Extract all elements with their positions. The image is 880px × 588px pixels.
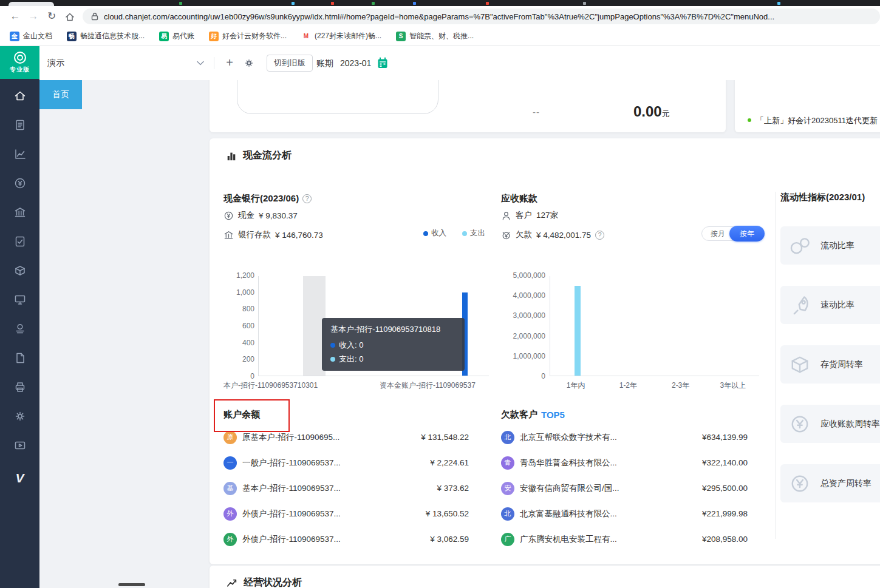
y-tick: 3,000,000	[513, 311, 545, 320]
y-tick: 2,000,000	[513, 332, 545, 340]
ar-chart-x-axis: 1年内 1-2年 2-3年 3年以上	[550, 380, 759, 391]
calendar-icon[interactable]	[377, 57, 388, 69]
debtor-badge: 北	[501, 431, 514, 444]
sidebar-documents-icon[interactable]	[13, 351, 27, 365]
cash-chart-x-label: 资本金账户-招行-1109069537	[380, 380, 476, 391]
liquidity-card-inventory-turnover[interactable]: 存货周转率	[780, 345, 880, 384]
tab-favicon[interactable]	[583, 2, 586, 5]
tab-favicon[interactable]	[777, 2, 780, 5]
cashflow-card-title: 现金流分析	[243, 149, 292, 162]
bookmark-favicon: 金	[10, 32, 19, 41]
sidebar-reports-icon[interactable]	[13, 147, 27, 161]
org-dropdown[interactable]: 演示	[47, 56, 204, 70]
cash-chart-y-axis: 1,200 1,000 800 600 400 200 0	[210, 271, 254, 380]
y-tick: 0	[541, 372, 545, 380]
bookmark-item[interactable]: 易 易代账	[159, 31, 194, 41]
tab-favicon[interactable]	[372, 2, 375, 5]
add-account-set-button[interactable]: +	[222, 55, 237, 70]
help-icon[interactable]	[302, 194, 312, 203]
account-badge: 基	[223, 482, 237, 495]
y-tick: 1,200	[236, 271, 254, 280]
back-icon[interactable]: ←	[6, 8, 24, 25]
bookmark-label: 畅捷通信息技术股...	[80, 31, 145, 41]
sidebar-bank-icon[interactable]	[13, 206, 27, 219]
url-bar[interactable]: cloud.chanjet.com/accounting/uw1eb00zy96…	[83, 8, 880, 24]
bookmark-label: 智能票、财、税推...	[409, 31, 474, 41]
bookmark-item[interactable]: S 智能票、财、税推...	[396, 31, 474, 41]
news-link[interactable]: 「上新」好会计20230511迭代更新	[756, 115, 880, 126]
sidebar-home-icon[interactable]	[13, 89, 27, 103]
home-icon[interactable]	[61, 8, 79, 25]
sidebar-training-icon[interactable]	[13, 439, 27, 452]
y-tick: 1,000	[236, 288, 254, 297]
cash-bank-title: 现金银行(2023/06)	[223, 193, 312, 204]
sidebar-vouchers-icon[interactable]	[13, 118, 27, 132]
liquidity-card-receivable-turnover[interactable]: 应收账款周转率	[780, 405, 880, 443]
lock-icon	[91, 12, 98, 21]
sidebar-salary-icon[interactable]	[13, 322, 27, 336]
y-tick: 800	[242, 305, 254, 313]
deposit-label: 银行存款	[238, 229, 271, 240]
yuan-coin-icon	[786, 470, 813, 497]
bookmark-item[interactable]: 金 金山文档	[10, 31, 52, 41]
sidebar-inventory-icon[interactable]	[13, 264, 27, 277]
debtor-amount: ¥221,999.98	[702, 509, 748, 518]
forward-icon[interactable]: →	[24, 8, 43, 25]
cash-label: 现金	[238, 210, 254, 221]
legend-expense[interactable]: 支出	[462, 228, 485, 238]
legend-income[interactable]: 收入	[423, 228, 446, 238]
debtor-badge: 广	[501, 533, 514, 546]
tab-favicon[interactable]	[413, 2, 416, 5]
debt-clock-icon	[501, 230, 511, 240]
sidebar-funds-icon[interactable]	[13, 177, 27, 190]
ar-aging-chart-plot[interactable]	[550, 276, 759, 376]
ar-aging-bar	[575, 286, 581, 376]
x-tick: 3年以上	[707, 380, 759, 391]
toggle-by-year[interactable]: 按年	[729, 226, 765, 242]
deposit-value: ¥ 146,760.73	[275, 231, 323, 240]
income-dot-icon	[330, 343, 335, 348]
liquidity-card-current-ratio[interactable]: 流动比率	[780, 226, 880, 265]
active-browser-tab[interactable]	[9, 2, 54, 6]
tooltip-expense-text: 支出: 0	[339, 354, 363, 365]
liquidity-card-quick-ratio[interactable]: 速动比率	[780, 286, 880, 324]
amount-value: 0.00	[633, 103, 662, 120]
customer-label: 客户	[516, 210, 532, 221]
refresh-icon[interactable]: ↻	[43, 8, 61, 25]
tab-home[interactable]: 首页	[39, 80, 82, 109]
tab-favicon[interactable]	[331, 2, 334, 5]
tab-favicon[interactable]	[486, 2, 489, 5]
bookmark-item[interactable]: M (227封未读邮件)畅...	[301, 31, 381, 41]
cash-row: 现金 ¥ 9,830.37	[223, 210, 298, 221]
partial-search-input[interactable]	[237, 80, 438, 114]
cash-chart-x-label: 本户-招行-110906953710301	[223, 380, 318, 391]
horizontal-scrollbar[interactable]	[118, 583, 145, 586]
account-badge: 外	[223, 507, 237, 521]
settings-gear-icon[interactable]	[244, 58, 254, 69]
account-row: 外 外债户-招行-1109069537... ¥ 3,062.59	[223, 532, 469, 546]
debtor-name: 安徽有信商贸有限公司/国...	[520, 483, 619, 494]
tooltip-income-text: 收入: 0	[339, 340, 363, 351]
sidebar-print-icon[interactable]	[13, 380, 27, 394]
liquidity-card-asset-turnover[interactable]: 总资产周转率	[780, 464, 880, 502]
bookmark-item[interactable]: 好 好会计云财务软件...	[209, 31, 287, 41]
tab-favicon[interactable]	[179, 2, 182, 5]
account-row: 一 一般户-招行-1109069537... ¥ 2,224.61	[223, 456, 469, 470]
account-balance-value: ¥ 13,650.52	[426, 509, 469, 518]
sidebar-fixed-assets-icon[interactable]	[13, 293, 27, 306]
period-value[interactable]: 2023-01	[340, 58, 371, 68]
business-card-title: 经营状况分析	[244, 576, 302, 588]
bookmark-item[interactable]: 畅 畅捷通信息技术股...	[67, 31, 145, 41]
account-name: 原基本户-招行-11090695...	[242, 432, 339, 443]
tab-favicon[interactable]	[292, 2, 295, 5]
top5-list: 北 北京互帮联众数字技术有... ¥634,139.99 青 青岛华胜普金科技有…	[501, 430, 748, 546]
tooltip-row: 收入: 0	[330, 340, 456, 351]
sidebar-settings-icon[interactable]	[13, 410, 27, 423]
tooltip-row: 支出: 0	[330, 354, 456, 365]
debtor-badge: 安	[501, 482, 514, 495]
debt-label: 欠款	[516, 229, 532, 240]
switch-old-version-button[interactable]: 切到旧版	[267, 55, 313, 72]
sidebar-checkout-icon[interactable]	[13, 235, 27, 248]
help-icon[interactable]	[595, 231, 604, 240]
red-annotation-box	[214, 399, 290, 432]
